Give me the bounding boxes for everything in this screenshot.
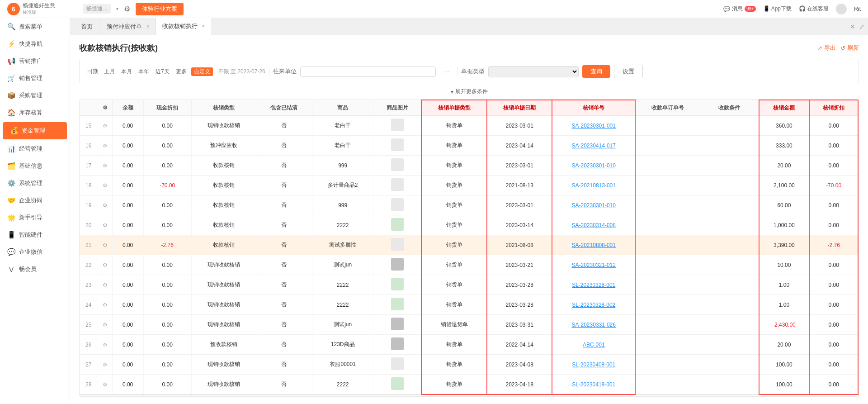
cell-write_off_bill_no-22[interactable]: SA-20230321-012 [552, 255, 635, 275]
bill-no-link-18[interactable]: SA-20210813-001 [572, 182, 616, 189]
sidebar-item-inventory[interactable]: 🏠库存核算 [0, 104, 70, 121]
sidebar-item-base-info[interactable]: 🗂️基础信息 [0, 157, 70, 175]
cell-write_off_bill_no-28[interactable]: SL-20230418-001 [552, 375, 635, 395]
cell-balance-18: 0.00 [112, 176, 143, 195]
maximize-icon[interactable]: ⤢ [859, 23, 864, 30]
company-chevron-icon[interactable]: ▾ [116, 6, 118, 11]
sidebar-item-member[interactable]: V畅会员 [0, 261, 70, 278]
row-settings-icon[interactable]: ⚙ [103, 123, 108, 129]
expand-more-btn[interactable]: ▾ 展开更多条件 [451, 88, 488, 95]
cell-write_off_bill_no-24[interactable]: SL-20230328-002 [552, 295, 635, 315]
cell-write_off_bill_no-16[interactable]: SA-20230414-017 [552, 136, 635, 156]
user-info[interactable] [836, 4, 847, 14]
cell-write_off_discount-15: 0.00 [809, 116, 858, 136]
cell-write_off_bill_no-21[interactable]: SA-20210808-001 [552, 235, 635, 255]
row-settings-icon[interactable]: ⚙ [103, 143, 108, 149]
tab-writeoff-close-icon[interactable]: × [202, 24, 205, 29]
row-settings-icon[interactable]: ⚙ [103, 262, 108, 268]
trial-button[interactable]: 体验行业方案 [136, 3, 184, 15]
row-settings-icon[interactable]: ⚙ [103, 361, 108, 368]
bill-no-link-20[interactable]: SA-20230314-008 [572, 222, 616, 228]
row-settings-icon[interactable]: ⚙ [103, 202, 108, 209]
refresh-button[interactable]: ↺ 刷新 [840, 44, 859, 52]
cell-write_off_bill_no-23[interactable]: SL-20230328-001 [552, 275, 635, 295]
row-settings-icon[interactable]: ⚙ [103, 342, 108, 348]
sidebar-item-system[interactable]: ⚙️系统管理 [0, 175, 70, 192]
bill-no-link-28[interactable]: SL-20230418-001 [572, 381, 615, 388]
cell-write_off_bill_no-15[interactable]: SA-20230301-001 [552, 116, 635, 136]
row-settings-icon[interactable]: ⚙ [103, 222, 108, 228]
date-7days-btn[interactable]: 近7天 [154, 67, 171, 76]
row-settings-icon[interactable]: ⚙ [103, 302, 108, 308]
close-window-icon[interactable]: ✕ [850, 23, 855, 30]
source-unit-dots[interactable]: ··· [443, 67, 450, 76]
cell-write_off_bill_no-26[interactable]: ABC-001 [552, 335, 635, 355]
bill-no-link-25[interactable]: SA-20230331-026 [572, 322, 616, 328]
app-download[interactable]: 📱 App下载 [763, 5, 792, 13]
query-button[interactable]: 查询 [582, 65, 610, 78]
company-name[interactable]: 畅捷通... [83, 4, 111, 14]
bill-no-link-22[interactable]: SA-20230321-012 [572, 262, 616, 268]
cell-write_off_discount-22: 0.00 [809, 255, 858, 275]
settings-button[interactable]: 设置 [614, 65, 643, 78]
cell-write_off_bill_no-19[interactable]: SA-20230301-010 [552, 195, 635, 215]
bill-no-link-24[interactable]: SL-20230328-002 [572, 302, 615, 308]
bill-no-link-17[interactable]: SA-20230301-010 [572, 162, 616, 169]
cell-write_off_amount-20: 1,000.00 [759, 215, 810, 235]
cell-write_off_bill_no-27[interactable]: SL-20230408-001 [552, 355, 635, 375]
row-settings-icon[interactable]: ⚙ [103, 242, 108, 248]
cell-include_settled-27: 否 [256, 355, 312, 375]
sidebar-item-sales[interactable]: 🛒销售管理 [0, 70, 70, 87]
sidebar-item-operations[interactable]: 📊经营管理 [0, 140, 70, 157]
date-this-year-btn[interactable]: 本年 [137, 67, 151, 76]
row-settings-icon[interactable]: ⚙ [103, 282, 108, 288]
sidebar-item-guide[interactable]: 🌟新手引导 [0, 209, 70, 226]
tab-writeoff[interactable]: 收款核销执行 × [156, 18, 211, 35]
tab-prepay[interactable]: 预付冲应付单 × [100, 18, 156, 35]
row-settings-icon[interactable]: ⚙ [103, 381, 108, 388]
row-settings-icon[interactable]: ⚙ [103, 322, 108, 328]
cell-write_off_bill_no-18[interactable]: SA-20210813-001 [552, 176, 635, 195]
sidebar-item-marketing[interactable]: 📢营销推广 [0, 52, 70, 70]
bill-no-link-26[interactable]: ABC-001 [583, 342, 605, 348]
cell-include_settled-23: 否 [256, 275, 312, 295]
sidebar-item-finance[interactable]: 💰资金管理 [3, 122, 67, 139]
bill-type-select[interactable] [488, 66, 579, 77]
sidebar-item-purchase[interactable]: 📦采购管理 [0, 87, 70, 104]
sidebar-item-smart-hw[interactable]: 📱智能硬件 [0, 226, 70, 243]
online-service[interactable]: 🎧 在线客服 [799, 5, 829, 13]
tab-home[interactable]: 首页 [74, 18, 100, 35]
cell-write_off_bill_no-25[interactable]: SA-20230331-026 [552, 315, 635, 335]
cell-write_off_bill_no-20[interactable]: SA-20230314-008 [552, 215, 635, 235]
bill-no-link-16[interactable]: SA-20230414-017 [572, 143, 616, 149]
message-area[interactable]: 💬 消息 99+ [723, 5, 756, 13]
cell-cash_discount-20: 0.00 [143, 215, 191, 235]
gear-icon[interactable]: ⚙ [124, 5, 130, 13]
bill-no-link-15[interactable]: SA-20230301-001 [572, 123, 616, 129]
date-this-month-btn[interactable]: 本月 [119, 67, 134, 76]
message-badge: 99+ [745, 6, 756, 12]
cell-write_off_bill_no-17[interactable]: SA-20230301-010 [552, 156, 635, 176]
cell-write_off_amount-16: 333.00 [759, 136, 810, 156]
row-settings-icon[interactable]: ⚙ [103, 162, 108, 169]
sidebar-item-collab[interactable]: 🤝企业协同 [0, 192, 70, 209]
cell-cash_discount-23: 0.00 [143, 275, 191, 295]
source-unit-input-wrap[interactable] [300, 67, 436, 77]
sidebar-item-wechat[interactable]: 💬企业微信 [0, 243, 70, 261]
bill-no-link-21[interactable]: SA-20210808-001 [572, 242, 616, 248]
source-unit-input[interactable] [304, 68, 432, 75]
export-button[interactable]: ↗ 导出 [817, 44, 836, 52]
cell-settings-17: ⚙ [98, 156, 112, 176]
date-custom-badge[interactable]: 自定义 [191, 67, 213, 76]
date-prev-month-btn[interactable]: 上月 [102, 67, 117, 76]
cell-rownum-20: 20 [80, 215, 98, 235]
tab-prepay-close-icon[interactable]: × [146, 24, 149, 29]
bill-no-link-23[interactable]: SL-20230328-001 [572, 282, 615, 288]
source-unit-label: 往来单位 [273, 67, 297, 76]
bill-no-link-27[interactable]: SL-20230408-001 [572, 361, 615, 368]
bill-no-link-19[interactable]: SA-20230301-010 [572, 202, 616, 209]
row-settings-icon[interactable]: ⚙ [103, 182, 108, 189]
date-more-btn[interactable]: 更多 [174, 67, 189, 76]
sidebar-item-search-menu[interactable]: 🔍搜索菜单 [0, 18, 70, 35]
sidebar-item-quick-nav[interactable]: ⚡快捷导航 [0, 35, 70, 52]
